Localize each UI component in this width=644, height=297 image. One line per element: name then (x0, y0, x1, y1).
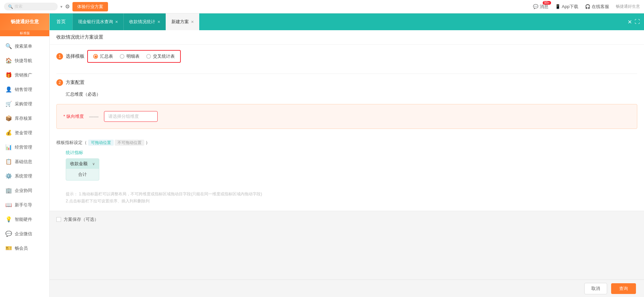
sidebar-item-label: 快捷导航 (15, 58, 32, 64)
dimension-area: * 纵向维度 —— 请选择分组维度 (56, 104, 637, 129)
metrics-card-header[interactable]: 收款金额 ∨ (66, 159, 99, 169)
sidebar-item-quick-nav[interactable]: 🏠 快捷导航 (0, 53, 49, 68)
sidebar: 畅捷通好生意 标准版 🔍 搜索菜单 🏠 快捷导航 🎁 营销推广 👤 销售管理 � (0, 13, 50, 297)
search-icon: 🔍 (8, 4, 13, 9)
tab-close-btn[interactable]: ✕ (628, 19, 632, 25)
save-label: 方案保存（可选） (64, 216, 99, 222)
cancel-button[interactable]: 取消 (584, 283, 607, 294)
tab-expand-btn[interactable]: ⛶ (635, 19, 640, 25)
metrics-setting-label: 模板指标设定（ 可拖动位置 不可拖动位置 ） (56, 140, 150, 146)
inventory-icon: 📦 (5, 115, 12, 121)
tab-bank-flow[interactable]: 现金银行流水查询 ✕ (72, 13, 123, 30)
sidebar-item-member[interactable]: 🎫 畅会员 (0, 241, 49, 255)
sidebar-item-label: 营销推广 (15, 72, 32, 78)
metrics-chevron-icon[interactable]: ∨ (92, 162, 95, 166)
radio-cross[interactable]: 交叉统计表 (146, 53, 175, 59)
sidebar-item-system[interactable]: ⚙️ 系统管理 (0, 169, 49, 183)
sidebar-item-inventory[interactable]: 📦 库存核算 (0, 111, 49, 126)
step2-number: 2 (56, 79, 63, 86)
tab-controls: ✕ ⛶ (628, 19, 644, 25)
download-btn[interactable]: 📱 App下载 (555, 4, 578, 10)
sidebar-item-label: 采购管理 (15, 101, 32, 107)
sidebar-item-wechat[interactable]: 💬 企业微信 (0, 227, 49, 241)
page-title-bar: 收款情况统计方案设置 (50, 30, 644, 45)
service-icon: 🎧 (585, 4, 590, 9)
hardware-icon: 💡 (5, 216, 12, 222)
sidebar-item-operation[interactable]: 📊 经营管理 (0, 140, 49, 154)
sidebar-logo: 畅捷通好生意 (0, 13, 49, 30)
tip-2: 2.点击标题栏下拉可设置排序、插入列和删除列 (66, 198, 637, 204)
guide-icon: 📖 (5, 202, 12, 208)
sidebar-item-guide[interactable]: 📖 新手引导 (0, 198, 49, 212)
message-btn[interactable]: 💬 消息 99+ (533, 4, 548, 10)
service-label: 在线客服 (592, 4, 609, 10)
tab-bar: 首页 现金银行流水查询 ✕ 收款情况统计 ✕ 新建方案 ✕ ✕ ⛶ (50, 13, 644, 30)
search-bar[interactable]: 🔍 搜索 (4, 3, 58, 10)
sidebar-item-corp[interactable]: 🏢 企业协同 (0, 183, 49, 198)
tab-collection-stats[interactable]: 收款情况统计 ✕ (123, 13, 166, 30)
radio-summary[interactable]: 汇总表 (93, 53, 113, 59)
top-bar-right: 💬 消息 99+ 📱 App下载 🎧 在线客服 畅捷通好生意 (533, 4, 640, 10)
sidebar-item-purchase[interactable]: 🛒 采购管理 (0, 97, 49, 111)
message-icon: 💬 (533, 4, 538, 9)
tab-new-plan[interactable]: 新建方案 ✕ (166, 13, 199, 30)
tab-new-plan-label: 新建方案 (171, 19, 189, 25)
sales-icon: 👤 (5, 86, 12, 93)
sidebar-item-marketing[interactable]: 🎁 营销推广 (0, 68, 49, 82)
page-title: 收款情况统计方案设置 (56, 34, 103, 40)
member-icon: 🎫 (5, 245, 12, 251)
page-content: 收款情况统计方案设置 1 选择模板 汇总表 (50, 30, 644, 280)
service-btn[interactable]: 🎧 在线客服 (585, 4, 609, 10)
sidebar-item-label: 畅会员 (15, 245, 28, 251)
sidebar-item-label: 搜索菜单 (15, 43, 32, 49)
step2-title: 方案配置 (66, 80, 85, 86)
search-chevron-icon[interactable]: ▾ (60, 4, 62, 9)
finance-icon: 💰 (5, 130, 12, 136)
main-layout: 畅捷通好生意 标准版 🔍 搜索菜单 🏠 快捷导航 🎁 营销推广 👤 销售管理 � (0, 13, 644, 297)
radio-detail-label: 明细表 (126, 53, 140, 59)
metrics-card-title: 收款金额 (70, 161, 88, 167)
sidebar-item-sales[interactable]: 👤 销售管理 (0, 82, 49, 97)
sidebar-item-label: 企业协同 (15, 188, 32, 194)
sidebar-item-label: 库存核算 (15, 115, 32, 121)
tab-new-plan-close[interactable]: ✕ (191, 20, 194, 24)
step1-section: 1 选择模板 汇总表 明细表 (50, 45, 644, 73)
metrics-card: 收款金额 ∨ 合计 (66, 158, 99, 181)
sidebar-item-hardware[interactable]: 💡 智能硬件 (0, 212, 49, 227)
tab-bank-flow-close[interactable]: ✕ (115, 20, 118, 24)
dimension-select[interactable]: 请选择分组维度 (104, 111, 158, 122)
step2-header: 2 方案配置 (56, 79, 637, 86)
save-section: 方案保存（可选） (50, 211, 644, 228)
page-inner: 收款情况统计方案设置 1 选择模板 汇总表 (50, 30, 644, 228)
radio-cross-circle (146, 54, 151, 59)
sidebar-nav: 🔍 搜索菜单 🏠 快捷导航 🎁 营销推广 👤 销售管理 🛒 采购管理 📦 (0, 36, 49, 297)
query-button[interactable]: 查询 (611, 283, 636, 294)
sidebar-item-label: 资金管理 (15, 130, 32, 136)
tab-bank-flow-label: 现金银行流水查询 (78, 19, 113, 25)
sidebar-item-label: 新手引导 (15, 202, 32, 208)
message-badge: 99+ (543, 1, 551, 5)
movable-tag: 可拖动位置 (88, 140, 114, 146)
tab-collection-close[interactable]: ✕ (157, 20, 160, 24)
sidebar-item-label: 经营管理 (15, 144, 32, 150)
vertical-dimension-label: * 纵向维度 (63, 113, 84, 119)
operation-icon: 📊 (5, 144, 12, 150)
sidebar-item-search-menu[interactable]: 🔍 搜索菜单 (0, 39, 49, 53)
radio-detail-circle (120, 54, 124, 59)
save-checkbox[interactable] (56, 217, 61, 222)
footer-bar: 取消 查询 (50, 280, 644, 297)
sidebar-item-finance[interactable]: 💰 资金管理 (0, 126, 49, 140)
radio-detail[interactable]: 明细表 (120, 53, 140, 59)
step1-number: 1 (56, 53, 63, 60)
sidebar-item-basic[interactable]: 📋 基础信息 (0, 154, 49, 169)
marketing-icon: 🎁 (5, 72, 12, 78)
sidebar-item-label: 智能硬件 (15, 216, 32, 222)
step1-header: 1 选择模板 汇总表 明细表 (56, 50, 637, 63)
top-bar: 🔍 搜索 ▾ ⚙ 体验行业方案 💬 消息 99+ 📱 App下载 🎧 在线客服 … (0, 0, 644, 13)
industry-btn[interactable]: 体验行业方案 (72, 2, 108, 11)
tab-home[interactable]: 首页 (50, 13, 72, 30)
non-movable-tag: 不可拖动位置 (115, 140, 144, 146)
settings-icon[interactable]: ⚙ (65, 3, 70, 10)
dimension-section-title: 汇总维度（必选） (66, 91, 637, 97)
basic-icon: 📋 (5, 158, 12, 165)
